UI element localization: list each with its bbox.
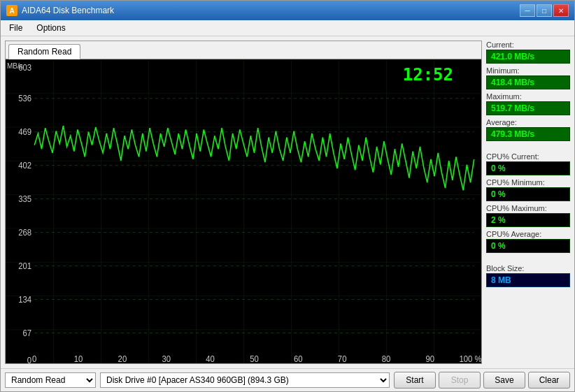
title-bar-left: A AIDA64 Disk Benchmark (6, 5, 114, 16)
svg-text:80: 80 (382, 354, 391, 363)
action-buttons: Start Stop Save Clear (394, 372, 570, 389)
maximum-stat: Maximum: 519.7 MB/s (486, 92, 570, 115)
cpu-average-value: 0 % (486, 239, 570, 253)
maximum-label: Maximum: (486, 92, 570, 101)
content-area: Random Read MB/s 12:52 (1, 36, 574, 368)
maximum-value: 519.7 MB/s (486, 101, 570, 115)
close-button[interactable]: ✕ (553, 4, 569, 17)
svg-text:268: 268 (18, 228, 31, 238)
disk-select[interactable]: Disk Drive #0 [Apacer AS340 960GB] (894.… (100, 372, 390, 388)
cpu-maximum-stat: CPU% Maximum: 2 % (486, 204, 570, 227)
chart-svg: 0 67 134 201 268 335 402 469 536 603 0 1… (6, 59, 481, 363)
save-button[interactable]: Save (483, 372, 525, 389)
file-menu[interactable]: File (3, 22, 28, 34)
cpu-average-stat: CPU% Average: 0 % (486, 230, 570, 253)
cpu-current-label: CPU% Current: (486, 152, 570, 161)
window-title: AIDA64 Disk Benchmark (22, 6, 114, 15)
stats-panel: Current: 421.0 MB/s Minimum: 418.4 MB/s … (486, 41, 570, 364)
title-bar: A AIDA64 Disk Benchmark ─ □ ✕ (1, 1, 574, 20)
current-stat: Current: 421.0 MB/s (486, 41, 570, 64)
minimum-value: 418.4 MB/s (486, 75, 570, 89)
svg-text:10: 10 (74, 354, 83, 363)
current-label: Current: (486, 41, 570, 49)
svg-text:50: 50 (250, 354, 259, 363)
svg-text:134: 134 (18, 295, 31, 305)
svg-text:20: 20 (118, 354, 127, 363)
start-button[interactable]: Start (394, 372, 436, 389)
cpu-minimum-label: CPU% Minimum: (486, 178, 570, 187)
svg-text:100 %: 100 % (459, 354, 481, 363)
block-size-stat: Block Size: 8 MB (486, 264, 570, 287)
y-unit-label: MB/s (7, 62, 23, 70)
mode-select[interactable]: Random Read Random Write Sequential Read… (5, 372, 96, 388)
svg-text:40: 40 (206, 354, 215, 363)
menu-bar: File Options (1, 20, 574, 36)
stop-button[interactable]: Stop (439, 372, 481, 389)
svg-text:335: 335 (18, 194, 31, 205)
app-icon: A (6, 5, 17, 16)
options-menu[interactable]: Options (31, 22, 71, 34)
svg-text:90: 90 (426, 354, 435, 363)
minimize-button[interactable]: ─ (520, 4, 535, 17)
cpu-current-stat: CPU% Current: 0 % (486, 152, 570, 175)
svg-text:60: 60 (294, 354, 303, 363)
cpu-maximum-label: CPU% Maximum: (486, 204, 570, 212)
main-window: A AIDA64 Disk Benchmark ─ □ ✕ File Optio… (0, 0, 575, 392)
cpu-current-value: 0 % (486, 161, 570, 175)
clear-button[interactable]: Clear (528, 372, 570, 389)
block-size-value: 8 MB (486, 273, 570, 287)
cpu-maximum-value: 2 % (486, 213, 570, 227)
minimum-label: Minimum: (486, 66, 570, 75)
svg-text:0: 0 (32, 354, 37, 363)
svg-text:67: 67 (22, 328, 31, 339)
svg-rect-0 (6, 59, 481, 363)
tab-random-read[interactable]: Random Read (8, 44, 80, 59)
svg-text:469: 469 (18, 127, 31, 138)
average-stat: Average: 479.3 MB/s (486, 118, 570, 141)
maximize-button[interactable]: □ (537, 4, 552, 17)
chart-panel: Random Read MB/s 12:52 (5, 41, 482, 364)
svg-text:536: 536 (18, 94, 31, 104)
current-value: 421.0 MB/s (486, 50, 570, 64)
block-size-label: Block Size: (486, 264, 570, 273)
minimum-stat: Minimum: 418.4 MB/s (486, 66, 570, 89)
svg-text:402: 402 (18, 161, 31, 171)
svg-text:70: 70 (338, 354, 347, 363)
tab-bar: Random Read (6, 41, 481, 59)
cpu-average-label: CPU% Average: (486, 230, 570, 238)
average-value: 479.3 MB/s (486, 127, 570, 141)
cpu-minimum-stat: CPU% Minimum: 0 % (486, 178, 570, 201)
bottom-bar: Random Read Random Write Sequential Read… (1, 368, 574, 391)
svg-text:201: 201 (18, 261, 31, 272)
svg-text:30: 30 (162, 354, 171, 363)
cpu-minimum-value: 0 % (486, 187, 570, 201)
average-label: Average: (486, 118, 570, 126)
title-controls: ─ □ ✕ (520, 4, 569, 17)
svg-text:0: 0 (27, 356, 32, 363)
